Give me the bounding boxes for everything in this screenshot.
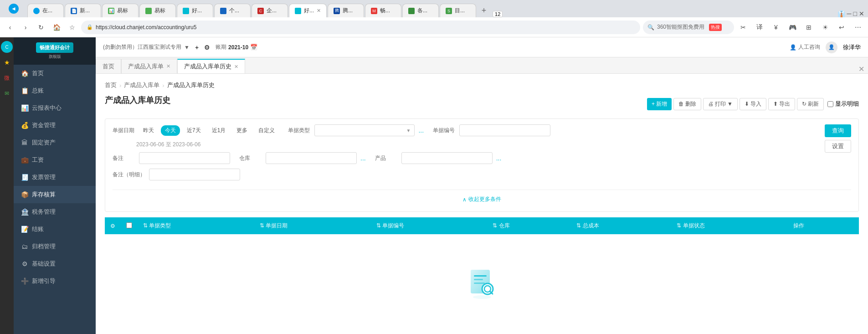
date-btn-more[interactable]: 更多 bbox=[232, 125, 252, 136]
export-button[interactable]: ⬆ 导出 bbox=[768, 98, 795, 110]
new-tab-button[interactable]: + bbox=[477, 4, 491, 17]
page-panel-close-button[interactable]: ✕ bbox=[858, 65, 864, 73]
calendar-icon[interactable]: 📅 bbox=[250, 44, 257, 51]
th-cost[interactable]: ⇅ 总成本 bbox=[571, 217, 671, 234]
date-btn-7days[interactable]: 近7天 bbox=[183, 125, 205, 136]
th-settings[interactable]: ⚙ bbox=[105, 217, 121, 234]
page-tab-list[interactable]: 产成品入库单 ✕ bbox=[121, 59, 177, 73]
browser-tab-3[interactable]: 📊 易标 bbox=[102, 4, 139, 17]
app-icon-weibo[interactable]: 微 bbox=[1, 72, 13, 84]
select-all-checkbox[interactable] bbox=[126, 222, 132, 228]
scissors-icon[interactable]: ✂ bbox=[737, 21, 750, 34]
browser-tab-9[interactable]: 腾 腾... bbox=[328, 4, 364, 17]
sidebar-item-invoice[interactable]: 🧾 发票管理 bbox=[14, 169, 96, 186]
date-btn-today[interactable]: 今天 bbox=[161, 125, 180, 136]
browser-search-bar[interactable]: 🔍 360智能抠图免费用 热搜 bbox=[643, 21, 734, 34]
th-number[interactable]: ⇅ 单据编号 bbox=[371, 217, 488, 234]
maximize-icon[interactable]: □ bbox=[853, 10, 857, 17]
tab-8-close-icon[interactable]: ✕ bbox=[317, 8, 321, 14]
sidebar-item-ledger[interactable]: 📋 总账 bbox=[14, 82, 96, 99]
date-btn-yesterday[interactable]: 昨天 bbox=[139, 125, 158, 136]
sidebar-item-funds[interactable]: 💰 资金管理 bbox=[14, 117, 96, 134]
browser-tab-5[interactable]: 好... bbox=[177, 4, 213, 17]
page-tab-history-close-icon[interactable]: ✕ bbox=[234, 64, 238, 70]
app-icon-mail[interactable]: ✉ bbox=[1, 87, 13, 99]
sun-icon[interactable]: ☀ bbox=[819, 21, 832, 34]
browser-tab-4[interactable]: 易标 bbox=[139, 4, 176, 17]
print-button[interactable]: 🖨 打印 ▼ bbox=[703, 98, 738, 110]
user-avatar[interactable]: 👤 bbox=[826, 41, 837, 53]
company-selector[interactable]: (勿删勿禁用）江西服宝测试专用 ▼ bbox=[103, 43, 190, 51]
warehouse-field-ellipsis[interactable]: ... bbox=[360, 154, 366, 162]
page-tab-history[interactable]: 产成品入库单历史 ✕ bbox=[177, 59, 245, 73]
search-settings-button[interactable]: 设置 bbox=[825, 140, 851, 153]
bookmark-button[interactable]: ☆ bbox=[66, 21, 78, 34]
th-date[interactable]: ⇅ 单据日期 bbox=[254, 217, 371, 234]
sidebar-item-reports[interactable]: 📊 云报表中心 bbox=[14, 99, 96, 117]
grid-icon[interactable]: ⊞ bbox=[802, 21, 815, 34]
user-service-button[interactable]: 👤 人工咨询 bbox=[790, 43, 820, 51]
th-checkbox[interactable] bbox=[121, 217, 138, 234]
sidebar-item-archive[interactable]: 🗂 归档管理 bbox=[14, 238, 96, 255]
minimize-icon[interactable]: ─ bbox=[847, 10, 852, 17]
sidebar-item-fixed-assets[interactable]: 🏛 固定资产 bbox=[14, 134, 96, 151]
product-select[interactable] bbox=[401, 152, 493, 164]
type-select[interactable]: ▼ bbox=[314, 124, 415, 136]
shirt-icon[interactable]: 👔 bbox=[837, 10, 845, 17]
date-btn-custom[interactable]: 自定义 bbox=[254, 125, 279, 136]
home-button[interactable]: 🏠 bbox=[50, 21, 63, 34]
page-tab-home[interactable]: 首页 bbox=[96, 59, 121, 73]
date-btn-1month[interactable]: 近1月 bbox=[208, 125, 230, 136]
browser-back-icon[interactable]: ◄ bbox=[9, 4, 19, 14]
breadcrumb-home[interactable]: 首页 bbox=[105, 81, 117, 89]
delete-button[interactable]: 🗑 删除 bbox=[673, 98, 701, 110]
currency-icon[interactable]: ¥ bbox=[770, 21, 782, 34]
show-detail-checkbox[interactable] bbox=[827, 101, 833, 107]
note-input[interactable] bbox=[139, 152, 230, 164]
th-status[interactable]: ⇅ 单据状态 bbox=[671, 217, 788, 234]
browser-tab-2[interactable]: 📄 新... bbox=[65, 4, 101, 17]
app-icon-star[interactable]: ★ bbox=[1, 57, 13, 68]
back-button[interactable]: ‹ bbox=[4, 21, 16, 34]
browser-tab-8[interactable]: 好... ✕ bbox=[289, 4, 327, 17]
note-detail-input[interactable] bbox=[149, 169, 240, 180]
browser-tab-12[interactable]: S 目... bbox=[440, 4, 476, 17]
th-warehouse[interactable]: ⇅ 仓库 bbox=[487, 217, 571, 234]
close-icon[interactable]: ✕ bbox=[859, 10, 864, 17]
type-field-ellipsis[interactable]: ... bbox=[418, 127, 424, 134]
new-button[interactable]: + 新增 bbox=[647, 98, 672, 110]
number-input[interactable] bbox=[459, 124, 550, 136]
collapse-button[interactable]: ∧ 收起更多条件 bbox=[462, 193, 501, 206]
breadcrumb-list[interactable]: 产成品入库单 bbox=[124, 81, 159, 89]
browser-tab-7[interactable]: C 企... bbox=[252, 4, 288, 17]
browser-tab-6[interactable]: 个... bbox=[214, 4, 251, 17]
more-icon[interactable]: ⋯ bbox=[852, 21, 864, 34]
add-company-button[interactable]: + bbox=[195, 44, 199, 51]
page-tab-list-close-icon[interactable]: ✕ bbox=[166, 63, 170, 69]
browser-tab-11[interactable]: 各... bbox=[402, 4, 439, 17]
game-icon[interactable]: 🎮 bbox=[786, 21, 799, 34]
warehouse-select[interactable] bbox=[266, 152, 357, 164]
sidebar-item-more[interactable]: ➕ 新增引导 bbox=[14, 272, 96, 290]
refresh-button[interactable]: ↻ bbox=[35, 21, 47, 34]
sidebar-item-home[interactable]: 🏠 首页 bbox=[14, 65, 96, 82]
forward-button[interactable]: › bbox=[19, 21, 32, 34]
app-icon-chanjet[interactable]: C bbox=[1, 41, 13, 53]
refresh-action-button[interactable]: ↻ 刷新 bbox=[797, 98, 824, 110]
th-type[interactable]: ⇅ 单据类型 bbox=[138, 217, 254, 234]
url-bar[interactable]: 🔒 https://cloud.chanjet.com/accounting/u… bbox=[81, 21, 640, 34]
browser-tab-10[interactable]: M 畅... bbox=[365, 4, 401, 17]
sidebar-item-basic[interactable]: ⚙ 基础设置 bbox=[14, 255, 96, 272]
settings-button[interactable]: ⚙ bbox=[204, 44, 210, 51]
undo-icon[interactable]: ↩ bbox=[835, 21, 848, 34]
product-field-ellipsis[interactable]: ... bbox=[496, 154, 502, 162]
left-icon-sidebar: C ★ 微 ✉ bbox=[0, 37, 14, 334]
translate-icon[interactable]: 译 bbox=[753, 21, 766, 34]
import-button[interactable]: ⬇ 导入 bbox=[740, 98, 766, 110]
query-button[interactable]: 查询 bbox=[825, 124, 851, 137]
sidebar-item-tax[interactable]: 🏦 税务管理 bbox=[14, 203, 96, 221]
browser-tab-1[interactable]: 在... bbox=[27, 4, 64, 17]
sidebar-item-inventory[interactable]: 📦 库存核算 bbox=[14, 186, 96, 203]
sidebar-item-checkout[interactable]: 📝 结账 bbox=[14, 221, 96, 238]
sidebar-item-payroll[interactable]: 💼 工资 bbox=[14, 151, 96, 169]
